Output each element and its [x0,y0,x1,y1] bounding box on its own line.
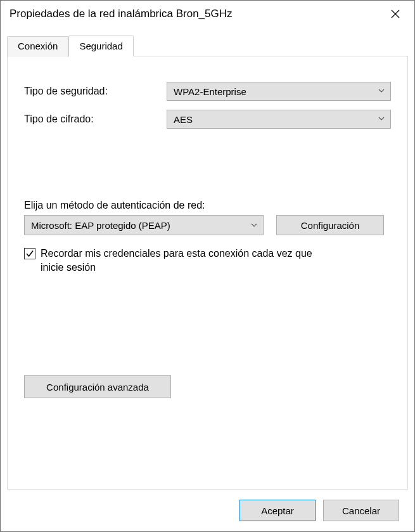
tab-strip: Conexión Seguridad [7,35,408,56]
window-title: Propiedades de la red inalámbrica Bron_5… [10,8,233,20]
encryption-type-label: Tipo de cifrado: [24,114,167,125]
remember-credentials-checkbox[interactable] [24,248,35,259]
row-security-type: Tipo de seguridad: WPA2-Enterprise [24,82,391,101]
chevron-down-icon [250,220,258,231]
advanced-config-button[interactable]: Configuración avanzada [24,375,171,398]
tab-connection-label: Conexión [18,41,58,51]
advanced-section: Configuración avanzada [24,375,391,398]
encryption-type-select[interactable]: AES [167,110,391,129]
security-type-value: WPA2-Enterprise [174,86,246,97]
dialog-body: Conexión Seguridad Tipo de seguridad: WP… [1,27,414,531]
close-icon[interactable] [381,4,409,23]
dialog-footer: Aceptar Cancelar [7,490,408,531]
ok-button[interactable]: Aceptar [239,500,316,521]
auth-method-label: Elija un método de autenticación de red: [24,200,391,211]
titlebar: Propiedades de la red inalámbrica Bron_5… [1,1,414,27]
tab-panel-security: Tipo de seguridad: WPA2-Enterprise Tipo … [7,56,408,490]
row-remember-credentials: Recordar mis credenciales para esta cone… [24,247,391,274]
encryption-type-value: AES [174,114,193,125]
auth-method-value: Microsoft: EAP protegido (PEAP) [31,220,170,231]
row-encryption-type: Tipo de cifrado: AES [24,110,391,129]
remember-credentials-label: Recordar mis credenciales para esta cone… [41,247,319,274]
auth-method-select[interactable]: Microsoft: EAP protegido (PEAP) [24,215,264,235]
spacer [24,138,391,200]
dialog-window: Propiedades de la red inalámbrica Bron_5… [0,0,415,532]
chevron-down-icon [378,87,385,96]
configure-button[interactable]: Configuración [276,215,384,235]
tab-security-label: Seguridad [79,41,122,51]
advanced-config-button-label: Configuración avanzada [46,382,149,393]
chevron-down-icon [378,115,385,124]
cancel-button[interactable]: Cancelar [323,500,399,521]
tab-security[interactable]: Seguridad [68,36,133,56]
security-type-select[interactable]: WPA2-Enterprise [167,82,391,101]
security-type-label: Tipo de seguridad: [24,86,167,97]
configure-button-label: Configuración [301,220,360,231]
cancel-button-label: Cancelar [342,505,380,516]
ok-button-label: Aceptar [261,505,294,516]
row-auth-method: Microsoft: EAP protegido (PEAP) Configur… [24,215,391,235]
tab-connection[interactable]: Conexión [7,36,68,57]
